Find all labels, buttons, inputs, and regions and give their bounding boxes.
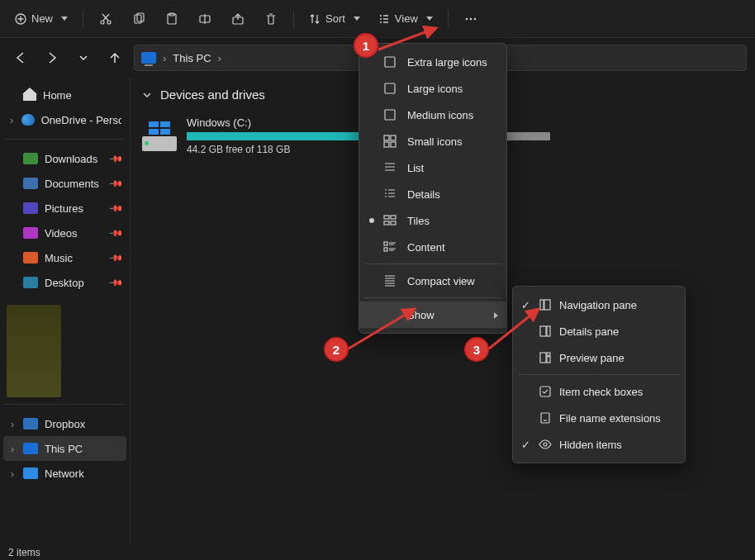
more-button[interactable] (457, 5, 485, 33)
svg-rect-12 (385, 57, 395, 67)
menu-item-label: Compact view (407, 275, 475, 287)
details-icon (382, 187, 397, 201)
check-icon: ✓ (521, 299, 536, 311)
menu-item-tiles[interactable]: Tiles (359, 207, 506, 234)
menu-item-label: Show (407, 309, 434, 321)
menu-item-show[interactable]: Show (359, 301, 506, 328)
pin-icon: 📌 (107, 200, 123, 216)
folder-icon (23, 202, 38, 214)
svg-rect-14 (385, 110, 395, 120)
sidebar-item-this-pc[interactable]: ›This PC (3, 436, 126, 461)
menu-item-large-icons[interactable]: Large icons (359, 75, 506, 102)
up-icon (108, 51, 121, 64)
folder-icon (23, 153, 38, 164)
menu-item-preview-pane[interactable]: Preview pane (513, 344, 685, 371)
sidebar-item-downloads[interactable]: Downloads📌 (3, 146, 126, 171)
menu-item-label: Small icons (407, 135, 462, 148)
menu-item-list[interactable]: List (359, 154, 506, 181)
view-button[interactable]: View (372, 5, 439, 33)
svg-rect-26 (544, 300, 550, 310)
menu-item-details-pane[interactable]: Details pane (513, 318, 685, 344)
svg-point-1 (101, 21, 104, 24)
sidebar-item-label: This PC (45, 443, 83, 455)
menu-item-label: Item check boxes (559, 386, 643, 398)
sidebar-item-onedrive[interactable]: › OneDrive - Persona (3, 107, 126, 132)
sidebar-thumbnail[interactable] (7, 305, 61, 397)
location-icon (23, 443, 38, 454)
menu-item-label: File name extensions (559, 412, 661, 425)
menu-item-details[interactable]: Details (359, 181, 506, 207)
sidebar-item-home[interactable]: Home (3, 83, 126, 107)
sort-button[interactable]: Sort (302, 5, 367, 33)
sidebar-item-music[interactable]: Music📌 (3, 245, 126, 270)
sidebar-item-label: Network (45, 467, 84, 480)
xl-icon (382, 55, 397, 69)
pin-icon: 📌 (107, 225, 123, 240)
sidebar-item-desktop[interactable]: Desktop📌 (3, 270, 126, 295)
up-button[interactable] (102, 45, 127, 70)
menu-item-compact-view[interactable]: Compact view (359, 268, 506, 294)
back-button[interactable] (8, 45, 33, 70)
sidebar-item-network[interactable]: ›Network (3, 461, 126, 486)
svg-point-31 (548, 355, 549, 357)
pin-icon: 📌 (107, 274, 123, 290)
menu-item-item-check-boxes[interactable]: Item check boxes (513, 378, 685, 405)
menu-item-navigation-pane[interactable]: ✓Navigation pane (513, 292, 685, 318)
svg-point-11 (474, 17, 477, 20)
copy-button[interactable] (125, 5, 153, 33)
location-icon (23, 418, 38, 429)
md-icon (382, 108, 397, 121)
sidebar-item-pictures[interactable]: Pictures📌 (3, 196, 126, 221)
back-icon (14, 51, 27, 64)
more-icon (464, 12, 477, 26)
rename-button[interactable] (191, 5, 219, 33)
sidebar-item-label: Music (45, 252, 73, 264)
cut-button[interactable] (92, 5, 120, 33)
delete-button[interactable] (257, 5, 285, 33)
ext-icon (538, 411, 553, 425)
menu-item-file-name-extensions[interactable]: File name extensions (513, 405, 685, 431)
svg-rect-33 (541, 413, 549, 423)
menu-item-content[interactable]: Content (359, 234, 506, 260)
sort-icon (309, 13, 321, 25)
breadcrumb-location[interactable]: This PC (173, 52, 211, 64)
folder-icon (23, 277, 38, 288)
folder-icon (23, 227, 38, 239)
new-button[interactable]: New (8, 5, 74, 33)
svg-rect-18 (391, 142, 396, 147)
sidebar-item-dropbox[interactable]: ›Dropbox (3, 411, 126, 436)
menu-item-small-icons[interactable]: Small icons (359, 128, 506, 154)
toolbar: New Sort View (0, 0, 755, 38)
sidebar-item-videos[interactable]: Videos📌 (3, 221, 126, 245)
menu-item-label: Extra large icons (407, 56, 487, 69)
forward-icon (45, 51, 59, 64)
share-button[interactable] (224, 5, 252, 33)
det-icon (538, 325, 553, 338)
history-button[interactable] (71, 45, 96, 70)
menu-item-medium-icons[interactable]: Medium icons (359, 102, 506, 128)
menu-item-label: Medium icons (407, 109, 473, 121)
copy-icon (132, 12, 145, 26)
paste-button[interactable] (158, 5, 186, 33)
sidebar-item-label: Documents (45, 178, 99, 190)
separator-icon (518, 374, 680, 375)
menu-item-extra-large-icons[interactable]: Extra large icons (359, 49, 506, 75)
sidebar-item-documents[interactable]: Documents📌 (3, 171, 126, 196)
sidebar-item-label: Downloads (45, 153, 97, 165)
svg-rect-17 (384, 142, 389, 147)
compact-icon (382, 274, 397, 287)
svg-rect-29 (540, 353, 546, 363)
menu-item-hidden-items[interactable]: ✓Hidden items (513, 431, 685, 458)
folder-icon (23, 178, 38, 189)
tiles-icon (382, 214, 397, 227)
svg-point-2 (107, 21, 111, 24)
status-bar: 2 items (0, 545, 755, 560)
share-icon (231, 12, 245, 26)
forward-button[interactable] (40, 45, 64, 70)
location-icon (23, 467, 38, 479)
svg-point-9 (466, 17, 468, 20)
nav-icon (538, 298, 553, 311)
sidebar-item-label: OneDrive - Persona (41, 114, 121, 126)
menu-item-label: Details pane (559, 325, 619, 338)
separator-icon (5, 404, 125, 405)
